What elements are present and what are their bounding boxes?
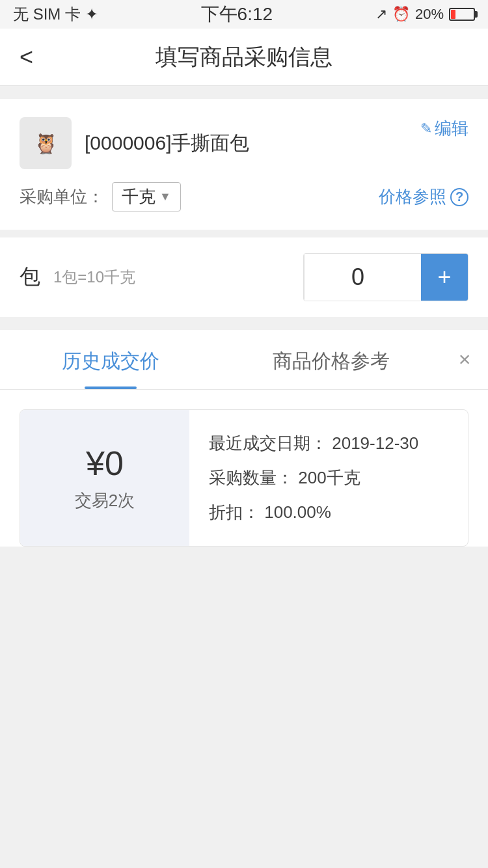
history-card: ¥0 交易2次 最近成交日期： 2019-12-30 采购数量： 200千克 折… bbox=[20, 409, 468, 547]
history-card-left: ¥0 交易2次 bbox=[20, 410, 189, 546]
status-left: 无 SIM 卡 ✦ bbox=[13, 4, 98, 25]
status-bar: 无 SIM 卡 ✦ 下午6:12 ↗ ⏰ 20% bbox=[0, 0, 488, 29]
discount-value: 100.00% bbox=[264, 502, 331, 522]
unit-label-text: 采购单位： bbox=[20, 185, 104, 208]
product-card: 🦉 [0000006]手撕面包 ✎ 编辑 采购单位： 千克 ▼ 价格参照 ? bbox=[0, 99, 488, 230]
purchase-qty-label: 采购数量： bbox=[209, 468, 293, 487]
product-unit-row: 采购单位： 千克 ▼ 价格参照 ? bbox=[20, 182, 468, 211]
page-title: 填写商品采购信息 bbox=[156, 42, 332, 72]
nav-icon: ↗ bbox=[375, 6, 387, 23]
edit-button[interactable]: ✎ 编辑 bbox=[420, 117, 468, 140]
quantity-input[interactable] bbox=[304, 254, 421, 301]
quantity-control: + bbox=[303, 253, 468, 301]
unit-value: 千克 bbox=[122, 185, 156, 208]
history-price: ¥0 bbox=[86, 444, 124, 483]
back-button[interactable]: < bbox=[20, 37, 40, 77]
recent-date-value: 2019-12-30 bbox=[332, 433, 418, 453]
edit-icon: ✎ bbox=[420, 120, 432, 137]
product-header: 🦉 [0000006]手撕面包 ✎ 编辑 bbox=[20, 117, 468, 169]
recent-date-row: 最近成交日期： 2019-12-30 bbox=[209, 431, 448, 456]
help-icon: ? bbox=[450, 188, 468, 206]
purchase-qty-row: 采购数量： 200千克 bbox=[209, 465, 448, 491]
tab-underline bbox=[85, 387, 137, 389]
price-ref-link[interactable]: 价格参照 ? bbox=[379, 185, 468, 208]
sim-signal-text: 无 SIM 卡 ✦ bbox=[13, 4, 98, 25]
purchase-qty-value: 200千克 bbox=[298, 468, 360, 487]
unit-left: 采购单位： 千克 ▼ bbox=[20, 182, 181, 211]
product-thumbnail: 🦉 bbox=[20, 117, 72, 169]
quantity-plus-button[interactable]: + bbox=[421, 254, 468, 301]
tab-history-price[interactable]: 历史成交价 bbox=[0, 330, 221, 389]
price-ref-label: 价格参照 bbox=[379, 185, 446, 208]
product-left: 🦉 [0000006]手撕面包 bbox=[20, 117, 249, 169]
discount-row: 折扣： 100.00% bbox=[209, 500, 448, 525]
battery-percent: 20% bbox=[415, 6, 444, 23]
quantity-row: 包 1包=10千克 + bbox=[0, 237, 488, 317]
product-logo-icon: 🦉 bbox=[34, 132, 58, 155]
tab-product-price-ref[interactable]: 商品价格参考 bbox=[221, 330, 441, 389]
unit-selector[interactable]: 千克 ▼ bbox=[112, 182, 181, 211]
recent-date-label: 最近成交日期： bbox=[209, 433, 327, 453]
tabs-row: 历史成交价 商品价格参考 × bbox=[0, 330, 488, 390]
battery-icon bbox=[449, 8, 475, 21]
history-card-right: 最近成交日期： 2019-12-30 采购数量： 200千克 折扣： 100.0… bbox=[189, 410, 468, 546]
product-name: [0000006]手撕面包 bbox=[85, 130, 249, 157]
price-panel: 历史成交价 商品价格参考 × ¥0 交易2次 最近成交日期： 2019-12-3… bbox=[0, 330, 488, 547]
status-time: 下午6:12 bbox=[201, 2, 273, 27]
panel-close-button[interactable]: × bbox=[441, 336, 488, 383]
status-right: ↗ ⏰ 20% bbox=[375, 6, 475, 23]
discount-label: 折扣： bbox=[209, 502, 260, 522]
dropdown-arrow-icon: ▼ bbox=[159, 190, 171, 204]
quantity-unit-desc: 1包=10千克 bbox=[53, 267, 290, 288]
alarm-icon: ⏰ bbox=[392, 6, 410, 23]
section-divider bbox=[0, 230, 488, 237]
history-trade-count: 交易2次 bbox=[75, 489, 135, 512]
quantity-unit-label: 包 bbox=[20, 263, 40, 292]
nav-bar: < 填写商品采购信息 bbox=[0, 29, 488, 86]
